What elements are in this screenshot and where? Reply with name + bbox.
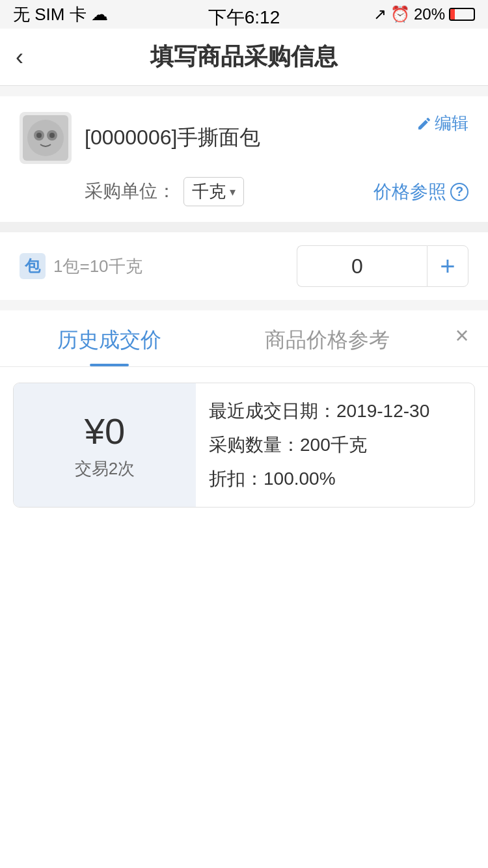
quantity-row: 包 1包=10千克 + (0, 232, 488, 300)
product-left: [0000006]手撕面包 (20, 112, 260, 164)
status-bar: 无 SIM 卡 ☁ 下午6:12 ↗ ⏰ 20% (0, 0, 488, 29)
unit-section: 采购单位： 千克 ▾ (85, 177, 244, 206)
unit-conversion: 1包=10千克 (53, 255, 142, 278)
quantity-input-wrap: + (297, 245, 468, 287)
back-button[interactable]: ‹ (16, 44, 23, 71)
location-icon: ↗ (373, 5, 386, 23)
price-card: ¥0 交易2次 最近成交日期：2019-12-30 采购数量：200千克 折扣：… (13, 383, 475, 508)
product-top: [0000006]手撕面包 编辑 (20, 112, 468, 164)
quantity-row-detail: 采购数量：200千克 (209, 433, 461, 457)
product-card: [0000006]手撕面包 编辑 采购单位： 千克 ▾ 价格参照 ? (0, 96, 488, 222)
tabs-section: 历史成交价 商品价格参考 × ¥0 交易2次 最近成交日期：2019-12-30… (0, 310, 488, 523)
quantity-unit: 包 1包=10千克 (20, 253, 142, 279)
recent-date-value: 2019-12-30 (336, 401, 429, 421)
discount-label: 折扣： (209, 468, 264, 489)
unit-label: 采购单位： (85, 181, 176, 201)
quantity-plus-button[interactable]: + (427, 245, 468, 287)
divider (0, 222, 488, 232)
unit-box-icon: 包 (20, 253, 46, 279)
page-title: 填写商品采购信息 (150, 41, 338, 73)
price-ref-help-icon: ? (450, 183, 468, 201)
price-card-left: ¥0 交易2次 (14, 383, 196, 507)
unit-dropdown-arrow: ▾ (230, 185, 236, 199)
status-left: 无 SIM 卡 ☁ (13, 3, 108, 26)
unit-value: 千克 (192, 180, 226, 203)
product-unit-row: 采购单位： 千克 ▾ 价格参照 ? (85, 177, 468, 206)
status-right: ↗ ⏰ 20% (373, 5, 475, 23)
price-currency: ¥ (85, 411, 105, 452)
discount-row: 折扣：100.00% (209, 467, 461, 491)
battery-indicator (449, 8, 475, 21)
battery-percent: 20% (414, 5, 445, 23)
svg-point-0 (27, 120, 64, 156)
price-ref-label: 价格参照 (373, 180, 446, 204)
price-reference-button[interactable]: 价格参照 ? (373, 180, 468, 204)
quantity-input[interactable] (297, 245, 427, 287)
price-display: ¥0 (85, 410, 125, 452)
recent-date-label: 最近成交日期： (209, 401, 336, 421)
unit-selector[interactable]: 千克 ▾ (183, 177, 244, 206)
tabs-header: 历史成交价 商品价格参考 × (0, 310, 488, 367)
discount-value: 100.00% (264, 468, 336, 489)
quantity-detail-value: 200千克 (300, 435, 367, 455)
price-times: 交易2次 (75, 457, 135, 480)
product-name: [0000006]手撕面包 (85, 124, 260, 152)
product-thumbnail (23, 115, 68, 161)
edit-label: 编辑 (435, 112, 468, 135)
svg-point-4 (49, 133, 55, 138)
recent-date-row: 最近成交日期：2019-12-30 (209, 399, 461, 424)
price-card-right: 最近成交日期：2019-12-30 采购数量：200千克 折扣：100.00% (196, 383, 474, 507)
tab-product-price-ref[interactable]: 商品价格参考 (218, 310, 436, 366)
history-content: ¥0 交易2次 最近成交日期：2019-12-30 采购数量：200千克 折扣：… (0, 367, 488, 523)
edit-button[interactable]: 编辑 (416, 112, 468, 135)
product-image (20, 112, 72, 164)
nav-bar: ‹ 填写商品采购信息 (0, 29, 488, 86)
status-time: 下午6:12 (208, 5, 280, 30)
alarm-icon: ⏰ (390, 5, 410, 23)
quantity-detail-label: 采购数量： (209, 435, 300, 455)
bottom-space (0, 523, 488, 868)
tab-history-price[interactable]: 历史成交价 (0, 310, 218, 366)
tabs-close-button[interactable]: × (436, 322, 488, 355)
price-amount: 0 (105, 411, 125, 452)
svg-point-3 (36, 133, 42, 138)
